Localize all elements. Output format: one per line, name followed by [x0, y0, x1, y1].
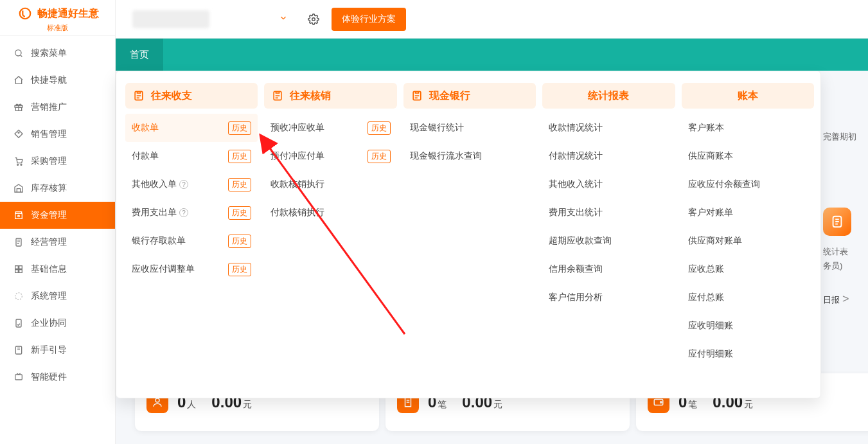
- mega-menu-item[interactable]: 客户对账单: [682, 199, 814, 227]
- history-button[interactable]: 历史: [368, 121, 391, 135]
- sidebar-item-marketing[interactable]: 营销推广: [0, 94, 115, 121]
- mega-menu-item[interactable]: 供应商账本: [682, 142, 814, 170]
- history-button[interactable]: 历史: [228, 235, 251, 248]
- mega-menu-item[interactable]: 现金银行流水查询: [403, 142, 536, 170]
- sidebar-item-inventory[interactable]: 库存核算: [0, 175, 115, 202]
- chevron-right-icon: >: [842, 292, 849, 305]
- bc3-amount-unit: 元: [744, 399, 753, 409]
- mega-menu-item-label: 费用支出统计: [549, 207, 603, 218]
- mega-column-header: 往来核销: [264, 83, 396, 109]
- rail-link-daily[interactable]: 日报>: [823, 295, 849, 305]
- mega-menu-item-label: 费用支出单?: [132, 207, 188, 218]
- sidebar-item-operations[interactable]: 经营管理: [0, 229, 115, 256]
- wallet-icon: [13, 209, 24, 221]
- mega-column-header: 现金银行: [403, 83, 536, 109]
- sidebar-item-label: 基础信息: [31, 263, 67, 275]
- settings-icon: [13, 290, 24, 302]
- rail-text-setup[interactable]: 完善期初: [823, 130, 868, 144]
- mega-menu-item-label: 应收明细账: [688, 320, 733, 332]
- tab-home[interactable]: 首页: [116, 39, 163, 71]
- mega-menu-item[interactable]: 客户账本: [682, 114, 814, 142]
- mega-menu-item-label: 预收冲应收单: [270, 122, 324, 134]
- mega-menu-item-label: 预付冲应付单: [270, 150, 324, 162]
- history-button[interactable]: 历史: [228, 263, 251, 276]
- mega-menu-item[interactable]: 应付明细账: [682, 340, 814, 368]
- tab-home-label: 首页: [130, 49, 149, 61]
- mega-menu-item-label: 供应商账本: [688, 150, 733, 162]
- mega-menu-item-label: 其他收入统计: [549, 179, 603, 190]
- mega-menu-item[interactable]: 应收总账: [682, 255, 814, 283]
- sidebar-item-label: 新手引导: [31, 344, 67, 356]
- bc1-count-unit: 人: [187, 399, 196, 409]
- doc-icon: [13, 317, 24, 329]
- mega-menu-item[interactable]: 付款情况统计: [542, 142, 675, 170]
- svg-rect-11: [15, 270, 19, 273]
- sidebar-item-hardware[interactable]: 智能硬件: [0, 364, 115, 391]
- mega-menu-item[interactable]: 应收应付调整单历史: [125, 255, 258, 283]
- mega-menu-item-label: 应付总账: [688, 292, 724, 303]
- sidebar-item-collab[interactable]: 企业协同: [0, 310, 115, 337]
- cart-icon: [13, 155, 24, 167]
- help-icon[interactable]: ?: [179, 208, 188, 217]
- chevron-down-icon: [279, 13, 288, 24]
- history-button[interactable]: 历史: [228, 150, 251, 163]
- mega-menu-item[interactable]: 费用支出单?历史: [125, 199, 258, 227]
- sidebar-item-guide[interactable]: 新手引导: [0, 337, 115, 364]
- svg-point-4: [18, 132, 19, 133]
- sidebar-item-purchase[interactable]: 采购管理: [0, 148, 115, 175]
- mega-column-header: 往来收支: [125, 83, 258, 109]
- history-button[interactable]: 历史: [228, 178, 251, 191]
- mega-menu-item[interactable]: 供应商对账单: [682, 227, 814, 255]
- bc1-amount-unit: 元: [243, 399, 252, 409]
- mega-menu-item[interactable]: 银行存取款单历史: [125, 227, 258, 255]
- mega-menu-item[interactable]: 付款核销执行: [264, 199, 396, 227]
- mega-menu-item[interactable]: 其他收入统计: [542, 170, 675, 199]
- sidebar-item-funds[interactable]: 资金管理: [0, 202, 115, 229]
- history-button[interactable]: 历史: [228, 121, 251, 135]
- mega-menu-item[interactable]: 应收应付余额查询: [682, 170, 814, 199]
- mega-menu-item-label: 客户对账单: [688, 207, 733, 218]
- mega-menu-item[interactable]: 客户信用分析: [542, 283, 675, 312]
- sidebar-item-label: 采购管理: [31, 155, 67, 167]
- mega-menu-item[interactable]: 收款单历史: [125, 114, 258, 142]
- report-icon[interactable]: [823, 208, 851, 236]
- mega-column: 现金银行现金银行统计现金银行流水查询: [403, 83, 536, 386]
- mega-menu-item-label: 应收应付余额查询: [688, 179, 760, 190]
- sidebar-item-search[interactable]: 搜索菜单: [0, 40, 115, 67]
- mega-column-title: 账本: [738, 89, 758, 103]
- mega-menu-item[interactable]: 收款情况统计: [542, 114, 675, 142]
- mega-menu-item-label: 收款核销执行: [270, 179, 324, 190]
- mega-menu-item[interactable]: 预付冲应付单历史: [264, 142, 396, 170]
- sidebar-item-sales[interactable]: 销售管理: [0, 121, 115, 148]
- mega-menu-item[interactable]: 应收明细账: [682, 312, 814, 340]
- history-button[interactable]: 历史: [368, 150, 391, 163]
- trial-scheme-button[interactable]: 体验行业方案: [332, 8, 406, 31]
- sidebar-item-system[interactable]: 系统管理: [0, 283, 115, 310]
- mega-menu-item[interactable]: 预收冲应收单历史: [264, 114, 396, 142]
- svg-point-22: [660, 402, 662, 403]
- sidebar-item-quicknav[interactable]: 快捷导航: [0, 67, 115, 94]
- history-button[interactable]: 历史: [228, 206, 251, 220]
- mega-column-header: 统计报表: [542, 83, 675, 109]
- mega-menu-item-label: 现金银行统计: [410, 122, 464, 134]
- mega-menu-item[interactable]: 现金银行统计: [403, 114, 536, 142]
- mega-menu-item[interactable]: 收款核销执行: [264, 170, 396, 199]
- mega-menu-item[interactable]: 信用余额查询: [542, 255, 675, 283]
- rail-text-stats[interactable]: 统计表: [823, 245, 868, 259]
- mega-menu-item[interactable]: 费用支出统计: [542, 199, 675, 227]
- settings-button[interactable]: [305, 10, 323, 28]
- sidebar: 畅捷通好生意 标准版 搜索菜单 快捷导航 营销推广 销售管理 采购管理 库存核算: [0, 0, 116, 444]
- home-icon: [13, 75, 24, 86]
- mega-menu-item[interactable]: 其他收入单?历史: [125, 170, 258, 199]
- sidebar-item-basicinfo[interactable]: 基础信息: [0, 256, 115, 283]
- bc2-amount-unit: 元: [493, 399, 502, 409]
- trial-scheme-label: 体验行业方案: [342, 13, 396, 25]
- mega-menu-item[interactable]: 应付总账: [682, 283, 814, 312]
- help-icon[interactable]: ?: [179, 180, 188, 189]
- svg-point-1: [15, 50, 21, 56]
- document-icon: [270, 89, 285, 103]
- rail-text-staff[interactable]: 务员): [823, 259, 868, 273]
- tenant-select[interactable]: [128, 6, 296, 32]
- mega-menu-item[interactable]: 超期应收款查询: [542, 227, 675, 255]
- mega-menu-item[interactable]: 付款单历史: [125, 142, 258, 170]
